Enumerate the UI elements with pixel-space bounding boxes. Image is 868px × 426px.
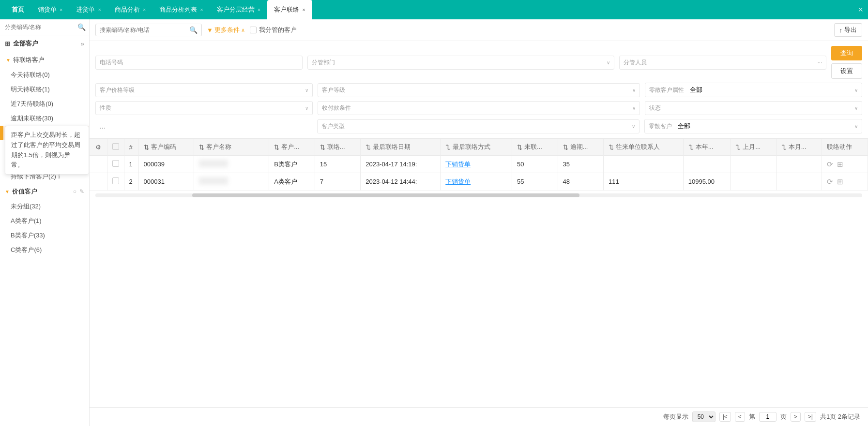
header-checkbox[interactable] bbox=[112, 143, 119, 150]
row2-code[interactable]: 000031 bbox=[138, 173, 194, 191]
sidebar-item-7days[interactable]: 近7天待联络(0) bbox=[0, 97, 89, 111]
nav-customer-contact[interactable]: 客户联络 × bbox=[267, 0, 312, 19]
next-page-btn[interactable]: > bbox=[791, 412, 801, 422]
col-customer-type[interactable]: ⇅客户... bbox=[269, 139, 315, 156]
row1-check[interactable] bbox=[112, 160, 119, 167]
nav-purchase[interactable]: 进货单 × bbox=[69, 0, 107, 19]
col-code[interactable]: ⇅客户编码 bbox=[138, 139, 194, 156]
sidebar-item-overdue[interactable]: 逾期未联络(30) bbox=[0, 111, 89, 126]
filter-price-level-arrow[interactable]: ∨ bbox=[305, 88, 308, 93]
row1-action-link-icon[interactable]: ⟳ bbox=[827, 160, 833, 169]
sidebar-item-a-class[interactable]: A类客户(1) bbox=[0, 214, 89, 228]
sidebar-search-icon[interactable]: 🔍 bbox=[77, 23, 86, 31]
row2-action-link-icon[interactable]: ⟳ bbox=[827, 177, 833, 186]
my-customers-checkbox[interactable]: 我分管的客户 bbox=[250, 26, 297, 34]
filter-status[interactable]: 状态 ∨ bbox=[645, 101, 862, 115]
nav-goods-analysis-list[interactable]: 商品分析列表 × bbox=[152, 0, 210, 19]
settings-button[interactable]: 设置 bbox=[831, 63, 862, 79]
row2-name[interactable] bbox=[194, 173, 269, 191]
col-this-month[interactable]: ⇅本月... bbox=[776, 139, 822, 156]
page-input[interactable] bbox=[759, 412, 777, 422]
search-icon[interactable]: 🔍 bbox=[189, 26, 198, 34]
col-last-contact-way[interactable]: ⇅最后联络方式 bbox=[441, 139, 512, 156]
more-conditions-btn[interactable]: ▼ 更多条件 ∧ bbox=[207, 26, 245, 34]
value-group-edit-icon[interactable]: ✎ bbox=[79, 188, 84, 195]
nav-goods-analysis-list-close[interactable]: × bbox=[200, 7, 203, 13]
export-icon: ↑ bbox=[839, 27, 843, 34]
sidebar-all-customers-header[interactable]: ⊞ 全部客户 » bbox=[0, 35, 89, 52]
col-ctype-sort: ⇅ bbox=[274, 144, 279, 151]
col-name[interactable]: ⇅客户名称 bbox=[194, 139, 269, 156]
nav-goods-analysis[interactable]: 商品分析 × bbox=[108, 0, 152, 19]
filter-customer-level-arrow[interactable]: ∨ bbox=[632, 88, 636, 93]
row2-lcw-link[interactable]: 下销货单 bbox=[445, 178, 471, 185]
prev-page-btn[interactable]: < bbox=[735, 412, 745, 422]
nav-sales-close[interactable]: × bbox=[60, 7, 62, 13]
row1-lcw-link[interactable]: 下销货单 bbox=[445, 161, 471, 168]
nav-customer-tier[interactable]: 客户分层经营 × bbox=[210, 0, 267, 19]
nav-purchase-close[interactable]: × bbox=[98, 7, 101, 13]
filter-status-arrow[interactable]: ∨ bbox=[854, 105, 858, 111]
col-last-contact-date[interactable]: ⇅最后联络日期 bbox=[361, 139, 441, 156]
settings-icon[interactable]: ⚙ bbox=[95, 144, 101, 151]
sidebar-pending-group[interactable]: ▼ 待联络客户 bbox=[0, 52, 89, 68]
row1-last-contact-date: 2023-04-17 14:19: bbox=[361, 156, 441, 173]
filter-ellipsis[interactable]: ... bbox=[99, 122, 106, 131]
row1-action-grid-icon[interactable]: ⊞ bbox=[837, 160, 843, 169]
filter-customer-level[interactable]: 客户等级 ∨ bbox=[318, 83, 640, 97]
filter-price-level[interactable]: 客户价格等级 ∨ bbox=[95, 83, 313, 97]
sidebar-item-ungroup[interactable]: 未分组(32) bbox=[0, 199, 89, 214]
row1-name[interactable] bbox=[194, 156, 269, 173]
per-page-select[interactable]: 50 bbox=[692, 411, 716, 422]
search-input[interactable] bbox=[100, 27, 189, 33]
filter-retail-customer-arrow[interactable]: ∨ bbox=[854, 124, 858, 129]
filter-manager-more[interactable]: ··· bbox=[818, 59, 822, 65]
horizontal-scrollbar-thumb[interactable] bbox=[192, 193, 579, 197]
col-checkbox[interactable] bbox=[107, 139, 124, 156]
col-last-month[interactable]: ⇅上月... bbox=[731, 139, 776, 156]
value-group-circle-icon[interactable]: ○ bbox=[73, 188, 76, 195]
row2-check[interactable] bbox=[112, 177, 119, 184]
sidebar-search-input[interactable] bbox=[5, 24, 77, 30]
filter-customer-type[interactable]: 客户类型 ∨ bbox=[317, 119, 640, 133]
row2-checkbox[interactable] bbox=[107, 173, 124, 191]
row1-code[interactable]: 000039 bbox=[138, 156, 194, 173]
filter-payment-arrow[interactable]: ∨ bbox=[632, 105, 636, 111]
col-contact[interactable]: ⇅联络... bbox=[315, 139, 360, 156]
sidebar-value-customer-group[interactable]: ▼ 价值客户 ○ ✎ bbox=[0, 184, 89, 199]
row2-last-contact-way[interactable]: 下销货单 bbox=[441, 173, 512, 191]
filter-gender-arrow[interactable]: ∨ bbox=[305, 105, 308, 111]
my-customers-check[interactable] bbox=[250, 27, 257, 33]
filter-retail-attr-arrow[interactable]: ∨ bbox=[854, 88, 858, 93]
col-this-year[interactable]: ⇅本年... bbox=[683, 139, 731, 156]
filter-payment[interactable]: 收付款条件 ∨ bbox=[318, 101, 640, 115]
export-button[interactable]: ↑ 导出 bbox=[834, 23, 863, 37]
nav-sales[interactable]: 销货单 × bbox=[31, 0, 69, 19]
row2-action-grid-icon[interactable]: ⊞ bbox=[837, 177, 843, 186]
filter-gender[interactable]: 性质 ∨ bbox=[95, 101, 313, 115]
filter-retail-customer-value: 全部 bbox=[678, 122, 690, 131]
nav-home[interactable]: 首页 bbox=[5, 0, 31, 19]
sidebar-item-b-class[interactable]: B类客户(33) bbox=[0, 228, 89, 243]
row1-last-contact-way[interactable]: 下销货单 bbox=[441, 156, 512, 173]
app-close-button[interactable]: × bbox=[858, 5, 863, 15]
last-page-btn[interactable]: >| bbox=[805, 412, 816, 422]
sidebar-item-c-class[interactable]: C类客户(6) bbox=[0, 243, 89, 257]
nav-goods-analysis-close[interactable]: × bbox=[143, 7, 146, 13]
col-not-contacted[interactable]: ⇅未联... bbox=[512, 139, 558, 156]
filter-customer-type-arrow[interactable]: ∨ bbox=[632, 124, 635, 129]
col-unit-contact[interactable]: ⇅往来单位联系人 bbox=[604, 139, 684, 156]
row1-action: ⟳ ⊞ bbox=[822, 156, 868, 173]
filter-dept-arrow[interactable]: ∨ bbox=[607, 60, 610, 65]
query-button[interactable]: 查询 bbox=[831, 46, 862, 60]
nav-customer-contact-close[interactable]: × bbox=[302, 7, 305, 13]
horizontal-scrollbar-track[interactable] bbox=[95, 193, 862, 197]
sidebar-item-today[interactable]: 今天待联络(0) bbox=[0, 68, 89, 82]
nav-customer-tier-close[interactable]: × bbox=[258, 7, 260, 13]
row1-checkbox[interactable] bbox=[107, 156, 124, 173]
first-page-btn[interactable]: |< bbox=[719, 412, 731, 422]
sidebar-item-tomorrow[interactable]: 明天待联络(1) bbox=[0, 82, 89, 97]
col-overdue[interactable]: ⇅逾期... bbox=[558, 139, 603, 156]
sidebar-collapse-icon[interactable]: » bbox=[81, 40, 84, 47]
col-settings[interactable]: ⚙ bbox=[90, 139, 107, 156]
